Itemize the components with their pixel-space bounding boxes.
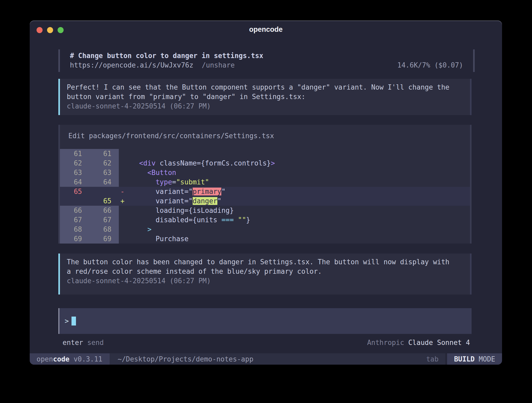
- diff-row: 6666 loading={isLoading}: [60, 206, 470, 215]
- app-name-prefix: open: [37, 355, 53, 363]
- diff-row: 6161: [60, 149, 470, 158]
- diff-row: 65+ variant="danger": [60, 196, 470, 206]
- enter-key-hint: enter: [58, 338, 83, 347]
- message-text: button variant from "primary" to "danger…: [67, 92, 470, 101]
- mode-name: BUILD: [454, 355, 474, 363]
- message-text: The button color has been changed to dan…: [67, 257, 470, 267]
- diff-row: 6868 >: [60, 225, 470, 234]
- app-version-chip: opencode v0.3.11: [30, 353, 110, 365]
- working-directory: ~/Desktop/Projects/demo-notes-app: [117, 355, 253, 363]
- model-label: Claude Sonnet 4: [404, 338, 472, 347]
- screen: opencode # Change button color to danger…: [0, 0, 532, 403]
- context-usage: 14.6K/7% ($0.07): [397, 60, 463, 70]
- provider-label: Anthropic: [367, 338, 404, 347]
- edit-tool-header: Edit packages/frontend/src/containers/Se…: [60, 131, 470, 141]
- mode-divider: [445, 353, 447, 365]
- mode-toggle-chip[interactable]: BUILD MODE: [447, 353, 502, 365]
- mode-suffix: MODE: [475, 355, 495, 363]
- app-name-suffix: code: [53, 355, 70, 363]
- status-bar: opencode v0.3.11 ~/Desktop/Projects/demo…: [30, 353, 502, 365]
- text-cursor: [71, 317, 76, 326]
- app-version: v0.3.11: [69, 355, 102, 363]
- tab-key-hint: tab: [426, 355, 438, 363]
- prompt-input[interactable]: >: [58, 308, 472, 334]
- edit-tool-panel: Edit packages/frontend/src/containers/Se…: [58, 125, 472, 244]
- titlebar: opencode: [30, 20, 502, 36]
- diff-row: 6767 disabled={units === ""}: [60, 215, 470, 225]
- diff-rows: 61616262 <div className={formCs.controls…: [60, 149, 470, 244]
- diff-row: 65- variant="primary": [60, 187, 470, 196]
- diff-row: 6464 type="submit": [60, 177, 470, 187]
- diff-row: 6969 Purchase: [60, 234, 470, 244]
- send-action-hint: send: [83, 338, 104, 347]
- window-title: opencode: [30, 25, 502, 34]
- message-meta: claude-sonnet-4-20250514 (06:27 PM): [67, 101, 470, 111]
- assistant-message: The button color has been changed to dan…: [58, 254, 472, 294]
- message-meta: claude-sonnet-4-20250514 (06:27 PM): [67, 276, 470, 286]
- session-title: # Change button color to danger in setti…: [70, 51, 263, 60]
- message-text: a red/rose color scheme instead of the b…: [67, 267, 470, 276]
- unshare-command[interactable]: /unshare: [202, 60, 235, 70]
- diff-row: 6363 <Button: [60, 168, 470, 177]
- hints-row: enter send Anthropic Claude Sonnet 4: [58, 338, 472, 347]
- share-url-link[interactable]: https://opencode.ai/s/UwJxv76z: [70, 60, 193, 70]
- session-header: # Change button color to danger in setti…: [58, 49, 475, 72]
- message-text: Perfect! I can see that the Button compo…: [67, 82, 470, 92]
- prompt-symbol: >: [65, 317, 69, 325]
- diff-row: 6262 <div className={formCs.controls}>: [60, 158, 470, 168]
- assistant-message: Perfect! I can see that the Button compo…: [58, 79, 472, 115]
- opencode-window: opencode # Change button color to danger…: [30, 20, 502, 365]
